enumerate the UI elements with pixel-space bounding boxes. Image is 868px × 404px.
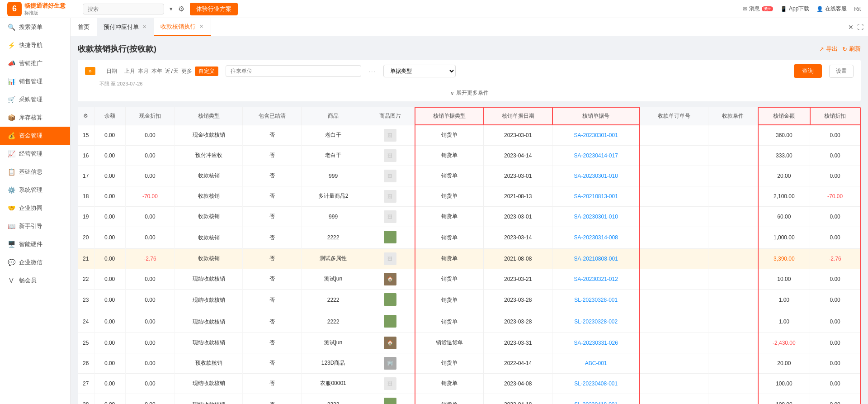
date-7days[interactable]: 近7天: [165, 67, 179, 75]
app-download-btn[interactable]: 📱 App下载: [780, 5, 809, 13]
row-single-no[interactable]: SA-20230301-010: [552, 206, 640, 227]
online-service-btn[interactable]: 👤 在线客服: [816, 5, 847, 13]
row-balance: 0.00: [94, 125, 125, 145]
row-id: 19: [78, 206, 94, 227]
tab-home[interactable]: 首页: [71, 18, 97, 36]
sidebar-item-label: 快捷导航: [19, 41, 42, 49]
row-single-no[interactable]: SL-20230328-001: [552, 289, 640, 311]
row-single-no[interactable]: SL-20230418-001: [552, 394, 640, 404]
search-input[interactable]: [83, 4, 164, 14]
row-amount: 333.00: [758, 145, 810, 166]
counterpart-input[interactable]: [226, 65, 361, 77]
export-btn[interactable]: ↗ 导出: [819, 45, 838, 53]
row-amount: 1.00: [758, 311, 810, 333]
sidebar-item-wechat[interactable]: 💬 企业微信: [0, 253, 70, 271]
table-header-row: ⚙ 余额 现金折扣 核销类型 包含已结清 商品 商品图片 核销单据类型 核销单据…: [78, 107, 860, 125]
dropdown-icon[interactable]: ▾: [170, 5, 173, 12]
row-single-no[interactable]: ABC-001: [552, 353, 640, 373]
sidebar-item-label: 基础信息: [19, 168, 42, 176]
row-single-no[interactable]: SA-20230321-012: [552, 269, 640, 289]
table-row: 220.000.00现结收款核销否测试jun🏠销货单2023-03-21SA-2…: [78, 269, 860, 289]
row-verify-type: 收款核销: [175, 206, 243, 227]
sidebar-item-purchase[interactable]: 🛒 采购管理: [0, 90, 70, 109]
user-info[interactable]: Rit: [854, 6, 861, 12]
row-receipt-no: [640, 248, 708, 269]
date-custom[interactable]: 自定义: [195, 67, 218, 76]
sidebar-item-operations[interactable]: 📈 经营管理: [0, 145, 70, 163]
single-type-select[interactable]: 单据类型: [383, 65, 456, 77]
sidebar-item-hardware[interactable]: 🖥️ 智能硬件: [0, 235, 70, 253]
row-product: 2222: [302, 394, 365, 404]
row-id: 15: [78, 125, 94, 145]
date-more[interactable]: 更多: [181, 67, 192, 75]
tab-receipt-verify[interactable]: 收款核销执行 ✕: [154, 18, 211, 36]
query-btn[interactable]: 查询: [794, 64, 822, 78]
row-id: 27: [78, 373, 94, 394]
filter-toggle-btn[interactable]: »: [85, 67, 95, 75]
row-single-no[interactable]: SA-20230314-008: [552, 227, 640, 248]
row-single-no[interactable]: SL-20230408-001: [552, 373, 640, 394]
date-this-year[interactable]: 本年: [151, 67, 162, 75]
row-amount: 100.00: [758, 394, 810, 404]
row-included: 否: [243, 289, 302, 311]
sidebar-item-quicknav[interactable]: ⚡ 快捷导航: [0, 36, 70, 54]
sidebar-item-guide[interactable]: 📖 新手引导: [0, 217, 70, 235]
gear-icon[interactable]: ⚙: [178, 5, 184, 13]
message-btn[interactable]: ✉ 消息 99+: [743, 5, 773, 13]
row-amount: 360.00: [758, 125, 810, 145]
table-row: 260.000.00预收款核销否123D商品🏢销货单2022-04-14ABC-…: [78, 353, 860, 373]
row-verify-type: 预收款核销: [175, 353, 243, 373]
col-include-cleared: 包含已结清: [243, 107, 302, 125]
close-window-icon[interactable]: ✕: [848, 24, 854, 31]
col-settings[interactable]: ⚙: [78, 107, 94, 125]
sidebar-item-system[interactable]: ⚙️ 系统管理: [0, 181, 70, 199]
maximize-icon[interactable]: ⛶: [857, 24, 863, 31]
date-last-month[interactable]: 上月: [124, 67, 135, 75]
row-single-no[interactable]: SA-20230414-017: [552, 145, 640, 166]
row-verify-type: 收款核销: [175, 227, 243, 248]
sidebar-item-search[interactable]: 🔍 搜索菜单: [0, 18, 70, 36]
row-single-no[interactable]: SA-20230301-001: [552, 125, 640, 145]
date-options: 上月 本月 本年 近7天 更多 自定义: [124, 67, 219, 76]
sidebar-item-inventory[interactable]: 📦 库存核算: [0, 109, 70, 127]
tab-prepaid-close[interactable]: ✕: [142, 24, 147, 30]
row-single-type: 销货单: [415, 289, 484, 311]
row-single-no[interactable]: SL-20230328-002: [552, 311, 640, 333]
sidebar-item-finance[interactable]: 💰 资金管理: [0, 127, 70, 145]
row-amount: 1.00: [758, 289, 810, 311]
member-icon: V: [7, 276, 15, 285]
row-single-date: 2023-03-21: [484, 269, 552, 289]
tab-prepaid[interactable]: 预付冲应付单 ✕: [97, 18, 154, 36]
col-receipt-condition: 收款条件: [708, 107, 758, 125]
row-verify-type: 现结收款核销: [175, 311, 243, 333]
sidebar-item-basic[interactable]: 📋 基础信息: [0, 163, 70, 181]
row-cash-discount: 0.00: [125, 145, 175, 166]
sidebar-item-sales[interactable]: 📊 销售管理: [0, 72, 70, 90]
sidebar-item-member[interactable]: V 畅会员: [0, 271, 70, 290]
row-condition: [708, 248, 758, 269]
row-single-no[interactable]: SA-20230331-026: [552, 333, 640, 353]
table-row: 170.000.00收款核销否999🖼销货单2023-03-01SA-20230…: [78, 166, 860, 186]
row-id: 21: [78, 248, 94, 269]
row-single-no[interactable]: SA-20210813-001: [552, 186, 640, 206]
sidebar-item-collab[interactable]: 🤝 企业协同: [0, 199, 70, 217]
row-single-no[interactable]: SA-20230301-010: [552, 166, 640, 186]
row-discount: 0.00: [810, 166, 860, 186]
row-condition: [708, 353, 758, 373]
row-discount: 0.00: [810, 125, 860, 145]
row-included: 否: [243, 248, 302, 269]
refresh-btn[interactable]: ↻ 刷新: [842, 45, 861, 53]
sidebar-item-marketing[interactable]: 📣 营销推广: [0, 54, 70, 72]
expand-conditions[interactable]: ∨ 展开更多条件: [85, 89, 854, 97]
row-receipt-no: [640, 394, 708, 404]
row-single-type: 销货单: [415, 206, 484, 227]
sidebar-item-label: 系统管理: [19, 186, 42, 194]
settings-btn[interactable]: 设置: [829, 65, 854, 78]
row-product-img: 🖼: [365, 248, 415, 269]
row-single-no[interactable]: SA-20210808-001: [552, 248, 640, 269]
tab-receipt-verify-close[interactable]: ✕: [198, 23, 204, 30]
row-product-img: 🏠: [365, 269, 415, 289]
industry-btn[interactable]: 体验行业方案: [190, 3, 238, 15]
date-this-month[interactable]: 本月: [138, 67, 149, 75]
quicknav-icon: ⚡: [7, 41, 15, 49]
